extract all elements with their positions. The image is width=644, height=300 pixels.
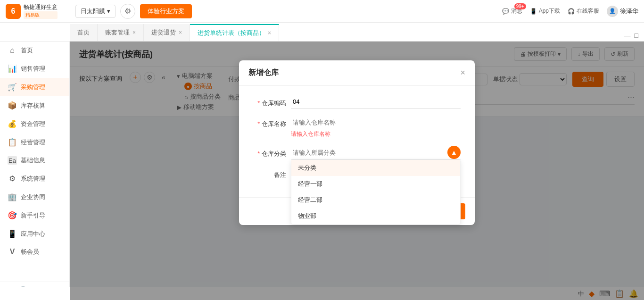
app-label: App下载 [539, 7, 560, 15]
app-download-button[interactable]: 📱 App下载 [530, 7, 560, 15]
category-arrow-button[interactable]: ▲ [447, 146, 461, 159]
content-area: 进货单统计(按商品) 🖨 按模板打印 ▾ ↓ 导出 ↺ 刷新 按以下方案查询 [70, 42, 644, 300]
store-selector[interactable]: 日太阳膜 ▾ [75, 5, 116, 18]
required-star-name: * [257, 120, 260, 127]
sidebar-item-guide-label: 新手引导 [21, 211, 45, 220]
tab-prev-button[interactable]: — [622, 30, 633, 41]
dropdown-item-0[interactable]: 未分类 [291, 160, 460, 176]
modal-overlay: 新增仓库 × * 仓库编码 [70, 42, 644, 300]
message-badge: 99+ [514, 3, 526, 9]
category-wrapper: ▲ 未分类 经营一部 经营二部 物业部 [291, 146, 461, 159]
sidebar-item-home[interactable]: ⌂ 首页 [0, 42, 69, 59]
store-name: 日太阳膜 [81, 7, 105, 16]
name-error-msg: 请输入仓库名称 [291, 130, 461, 138]
header-right: 💬 消息 99+ 📱 App下载 🎧 在线客服 👤 徐泽华 [502, 6, 638, 17]
service-button[interactable]: 🎧 在线客服 [568, 7, 599, 15]
dropdown-item-3[interactable]: 物业部 [291, 208, 460, 224]
message-button[interactable]: 💬 消息 99+ [502, 7, 522, 15]
sidebar-item-operation[interactable]: 📋 经营管理 [0, 133, 69, 151]
member-icon: V [8, 248, 17, 256]
home-icon: ⌂ [8, 46, 17, 55]
chevron-down-icon: ▾ [107, 8, 110, 15]
sidebar-item-inventory[interactable]: 📦 库存核算 [0, 96, 69, 115]
logo-badge: 精易版 [24, 11, 58, 19]
sidebar-item-basic-info[interactable]: Ea 基础信息 [0, 151, 69, 169]
tab-account-close[interactable]: × [132, 29, 136, 36]
category-label: * 仓库分类 [253, 146, 286, 158]
sidebar-item-app[interactable]: 📱 应用中心 [0, 225, 69, 243]
guide-icon: 🎯 [8, 211, 17, 220]
sidebar-item-finance-label: 资金管理 [21, 120, 45, 128]
sidebar-item-purchase[interactable]: 🛒 采购管理 [0, 78, 69, 96]
sidebar-item-home-label: 首页 [21, 46, 33, 55]
main-layout: ⌂ 首页 📊 销售管理 🛒 采购管理 📦 库存核算 💰 资金管理 📋 经营管理 … [0, 42, 644, 300]
tab-home-label: 首页 [77, 28, 90, 37]
tab-bar: 首页 账套管理 × 进货退货 × 进货单统计表（按商品） × — □ [0, 23, 644, 42]
tab-home[interactable]: 首页 [70, 24, 98, 41]
name-input-wrapper: 请输入仓库名称 [291, 116, 461, 138]
modal-add-warehouse: 新增仓库 × * 仓库编码 [239, 60, 475, 225]
sidebar-item-system-label: 系统管理 [21, 175, 45, 183]
enterprise-icon: 🏢 [8, 192, 17, 201]
tab-account-label: 账套管理 [105, 28, 130, 37]
tab-purchase-return[interactable]: 进货退货 × [144, 24, 190, 41]
modal-header: 新增仓库 × [239, 60, 475, 86]
chevron-up-icon: ▲ [451, 149, 457, 156]
note-label: 备注 [253, 167, 286, 179]
form-row-name: * 仓库名称 请输入仓库名称 [253, 116, 461, 138]
category-dropdown: 未分类 经营一部 经营二部 物业部 [291, 159, 461, 225]
sidebar-item-member[interactable]: V 畅会员 [0, 243, 69, 261]
sidebar-item-system[interactable]: ⚙ 系统管理 [0, 169, 69, 188]
sidebar-item-purchase-label: 采购管理 [21, 83, 45, 92]
tab-controls: — □ [622, 30, 644, 41]
service-label: 在线客服 [577, 7, 599, 15]
tab-purchase-stats[interactable]: 进货单统计表（按商品） × [190, 24, 279, 41]
user-name: 徐泽华 [620, 7, 638, 16]
avatar: 👤 [607, 6, 618, 17]
form-row-code: * 仓库编码 [253, 95, 461, 108]
tab-purchase-return-label: 进货退货 [151, 28, 176, 37]
required-star: * [257, 100, 260, 107]
category-input[interactable] [291, 146, 447, 159]
name-input[interactable] [291, 116, 461, 129]
message-icon: 💬 [502, 8, 509, 15]
finance-icon: 💰 [8, 119, 17, 128]
dropdown-item-1[interactable]: 经营一部 [291, 176, 460, 192]
sidebar-item-app-label: 应用中心 [21, 230, 45, 238]
basic-info-icon: Ea [8, 156, 17, 165]
top-header: 6 畅捷通好生意 精易版 日太阳膜 ▾ ⚙ 体验行业方案 💬 消息 99+ 📱 … [0, 0, 644, 23]
sidebar-item-finance[interactable]: 💰 资金管理 [0, 115, 69, 133]
sidebar-item-basic-info-label: 基础信息 [21, 156, 45, 165]
header-center: 日太阳膜 ▾ ⚙ 体验行业方案 [75, 4, 502, 19]
sidebar: ⌂ 首页 📊 销售管理 🛒 采购管理 📦 库存核算 💰 资金管理 📋 经营管理 … [0, 42, 70, 300]
tab-purchase-return-close[interactable]: × [179, 29, 182, 36]
modal-close-button[interactable]: × [460, 68, 465, 78]
dropdown-item-2[interactable]: 经营二部 [291, 192, 460, 208]
sidebar-item-member-label: 畅会员 [21, 248, 39, 256]
purchase-icon: 🛒 [8, 83, 17, 92]
code-input[interactable] [291, 95, 461, 108]
gear-icon: ⚙ [124, 7, 131, 16]
sidebar-item-inventory-label: 库存核算 [21, 101, 45, 110]
name-label: * 仓库名称 [253, 116, 286, 128]
sales-icon: 📊 [8, 64, 17, 73]
trial-button[interactable]: 体验行业方案 [140, 4, 192, 18]
user-menu[interactable]: 👤 徐泽华 [607, 6, 638, 17]
modal-body: * 仓库编码 * 仓库名称 [239, 86, 475, 197]
headset-icon: 🎧 [568, 8, 575, 15]
category-input-row: ▲ [291, 146, 461, 159]
settings-button[interactable]: ⚙ [120, 4, 135, 19]
form-row-category: * 仓库分类 ▲ 未分类 [253, 146, 461, 159]
inventory-icon: 📦 [8, 101, 17, 110]
required-star-cat: * [257, 150, 260, 157]
logo-icon: 6 [6, 4, 21, 19]
operation-icon: 📋 [8, 138, 17, 147]
sidebar-item-enterprise[interactable]: 🏢 企业协同 [0, 188, 69, 206]
tab-account[interactable]: 账套管理 × [98, 24, 144, 41]
tab-purchase-stats-label: 进货单统计表（按商品） [198, 29, 265, 37]
phone-icon: 📱 [530, 8, 537, 15]
tab-purchase-stats-close[interactable]: × [268, 30, 271, 36]
tab-next-button[interactable]: □ [633, 30, 640, 41]
sidebar-item-guide[interactable]: 🎯 新手引导 [0, 206, 69, 225]
sidebar-item-sales[interactable]: 📊 销售管理 [0, 59, 69, 78]
